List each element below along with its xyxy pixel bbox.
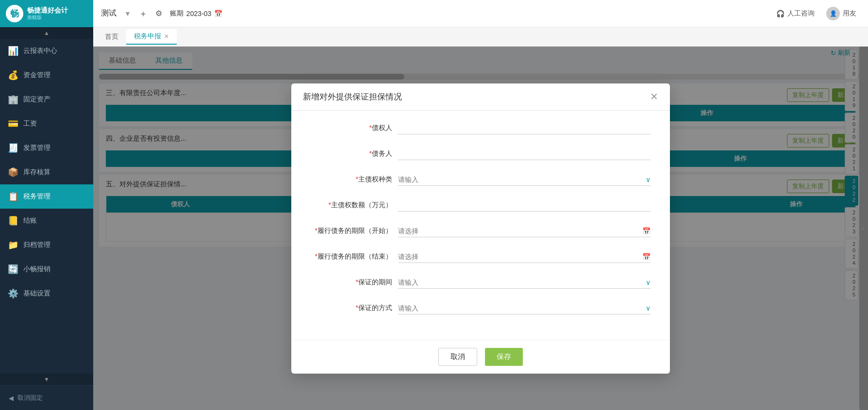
avatar: 👤 <box>826 7 840 20</box>
guarantee-period-input[interactable] <box>398 277 646 288</box>
creditor-input[interactable] <box>398 122 651 134</box>
sidebar-item-label: 归档管理 <box>23 241 50 249</box>
debt-type-input[interactable] <box>398 174 646 185</box>
company-name: 测试 <box>101 8 117 18</box>
unpin-icon: ◀ <box>9 394 14 402</box>
support-button[interactable]: 🎧 人工咨询 <box>776 9 815 18</box>
modal-title: 新增对外提供保证担保情况 <box>303 91 402 102</box>
unpin-label: 取消固定 <box>17 394 43 402</box>
debtor-input[interactable] <box>398 148 651 160</box>
payroll-icon: 💳 <box>8 118 18 129</box>
settings-icon[interactable]: ⚙ <box>155 9 162 18</box>
sidebar-item-label: 固定资产 <box>23 95 50 104</box>
support-label: 人工咨询 <box>787 9 815 18</box>
form-row-guarantee-method: *保证的方式 ∨ <box>311 302 651 314</box>
sidebar-item-fixed-assets[interactable]: 🏢 固定资产 <box>0 87 93 112</box>
sidebar-nav: 📊 云报表中心 💰 资金管理 🏢 固定资产 💳 工资 🧾 发票管理 📦 <box>0 39 93 374</box>
company-dropdown-icon[interactable]: ▼ <box>124 10 131 17</box>
tab-bar: 首页 税务申报 ✕ <box>93 27 868 47</box>
guarantee-method-label: *保证的方式 <box>311 304 398 312</box>
user-menu[interactable]: 👤 用友 <box>822 7 860 20</box>
cloud-reports-icon: 📊 <box>8 46 18 56</box>
end-date-input[interactable] <box>398 251 642 262</box>
form-row-debt-amount: *主债权数额（万元） <box>311 199 651 212</box>
start-date-label: *履行债务的期限（开始） <box>311 227 398 235</box>
modal-body: *债权人 *债务人 <box>291 111 670 340</box>
period-value: 2023-03 <box>186 10 211 17</box>
sidebar-item-tax-mgmt[interactable]: 📋 税务管理 <box>0 184 93 209</box>
guarantee-period-label: *保证的期间 <box>311 278 398 287</box>
user-label: 用友 <box>843 9 856 18</box>
sidebar-item-accounting[interactable]: 📒 结账 <box>0 209 93 233</box>
fixed-assets-icon: 🏢 <box>8 94 18 105</box>
period-selector[interactable]: 账期 2023-03 📅 <box>170 9 222 18</box>
headset-icon: 🎧 <box>776 10 785 17</box>
calendar-icon: 📅 <box>214 10 222 17</box>
sidebar-item-label: 工资 <box>23 119 37 128</box>
top-header: 测试 ▼ ＋ ⚙ 账期 2023-03 📅 🎧 人工咨询 👤 用友 <box>93 0 868 27</box>
tab-tax-report-label: 税务申报 <box>134 32 161 41</box>
sidebar-item-fund-mgmt[interactable]: 💰 资金管理 <box>0 63 93 87</box>
start-date-calendar-icon[interactable]: 📅 <box>642 227 651 235</box>
start-date-wrap: 📅 <box>398 225 651 237</box>
save-button[interactable]: 保存 <box>485 348 523 366</box>
debt-type-select-wrap: ∨ <box>398 174 651 186</box>
sidebar-bottom: ◀ 取消固定 <box>0 385 93 410</box>
sidebar-item-payroll[interactable]: 💳 工资 <box>0 112 93 136</box>
end-date-wrap: 📅 <box>398 251 651 263</box>
app-badge: 旗舰版 <box>27 14 68 21</box>
debt-type-arrow-icon[interactable]: ∨ <box>646 176 651 183</box>
modal-add-guarantee: 新增对外提供保证担保情况 ✕ *债权人 <box>291 83 670 374</box>
sidebar-scroll-down[interactable]: ▼ <box>0 374 93 385</box>
debt-type-label: *主债权种类 <box>311 175 398 184</box>
guarantee-period-select-wrap: ∨ <box>398 277 651 289</box>
xiaochang-icon: 🔄 <box>8 264 18 275</box>
sidebar-item-label: 基础设置 <box>23 289 50 298</box>
unpin-sidebar-button[interactable]: ◀ 取消固定 <box>4 390 89 406</box>
sidebar-item-label: 小畅报销 <box>23 265 50 274</box>
end-date-calendar-icon[interactable]: 📅 <box>642 253 651 261</box>
sidebar-item-label: 云报表中心 <box>23 47 57 55</box>
tab-tax-report[interactable]: 税务申报 ✕ <box>126 29 177 45</box>
sidebar-item-inventory[interactable]: 📦 库存核算 <box>0 160 93 184</box>
form-row-debtor: *债务人 <box>311 148 651 160</box>
guarantee-method-select-wrap: ∨ <box>398 302 651 314</box>
guarantee-method-input[interactable] <box>398 302 646 314</box>
sidebar-item-label: 资金管理 <box>23 71 50 80</box>
fund-mgmt-icon: 💰 <box>8 70 18 81</box>
form-row-creditor: *债权人 <box>311 122 651 134</box>
modal-overlay: 新增对外提供保证担保情况 ✕ *债权人 <box>93 47 868 410</box>
sidebar-item-archive-mgmt[interactable]: 📁 归档管理 <box>0 233 93 257</box>
app-name: 畅捷通好会计 <box>27 6 68 15</box>
sidebar-item-invoice-mgmt[interactable]: 🧾 发票管理 <box>0 136 93 160</box>
period-label: 账期 <box>170 9 184 18</box>
sidebar-item-label: 税务管理 <box>23 192 50 201</box>
logo-icon: 畅 <box>6 5 23 22</box>
cancel-button[interactable]: 取消 <box>438 348 477 366</box>
start-date-input[interactable] <box>398 225 642 237</box>
tab-close-icon[interactable]: ✕ <box>164 33 169 40</box>
sidebar-item-xiaochang[interactable]: 🔄 小畅报销 <box>0 257 93 281</box>
tab-home[interactable]: 首页 <box>97 29 126 45</box>
debt-amount-input[interactable] <box>398 199 651 212</box>
content-area: › ↻ 刷新 基础信息 其他信息 <box>93 47 868 410</box>
main-area: 测试 ▼ ＋ ⚙ 账期 2023-03 📅 🎧 人工咨询 👤 用友 首页 <box>93 0 868 410</box>
sidebar-item-basic-settings[interactable]: ⚙️ 基础设置 <box>0 281 93 306</box>
debtor-label: *债务人 <box>311 149 398 158</box>
app-logo: 畅 畅捷通好会计 旗舰版 <box>0 0 93 27</box>
sidebar-scroll-up[interactable]: ▲ <box>0 27 93 39</box>
debt-amount-label: *主债权数额（万元） <box>311 201 398 210</box>
logo-text-block: 畅捷通好会计 旗舰版 <box>27 6 68 21</box>
guarantee-method-arrow-icon[interactable]: ∨ <box>646 304 651 312</box>
modal-close-button[interactable]: ✕ <box>650 92 658 101</box>
add-button[interactable]: ＋ <box>139 8 148 19</box>
tax-mgmt-icon: 📋 <box>8 191 18 202</box>
sidebar-item-cloud-reports[interactable]: 📊 云报表中心 <box>0 39 93 63</box>
modal-header: 新增对外提供保证担保情况 ✕ <box>291 83 670 111</box>
form-row-guarantee-period: *保证的期间 ∨ <box>311 277 651 289</box>
inventory-icon: 📦 <box>8 167 18 178</box>
guarantee-period-arrow-icon[interactable]: ∨ <box>646 279 651 286</box>
sidebar-item-label: 库存核算 <box>23 168 50 177</box>
form-row-debt-type: *主债权种类 ∨ <box>311 174 651 186</box>
sidebar-item-label: 结账 <box>23 216 37 225</box>
